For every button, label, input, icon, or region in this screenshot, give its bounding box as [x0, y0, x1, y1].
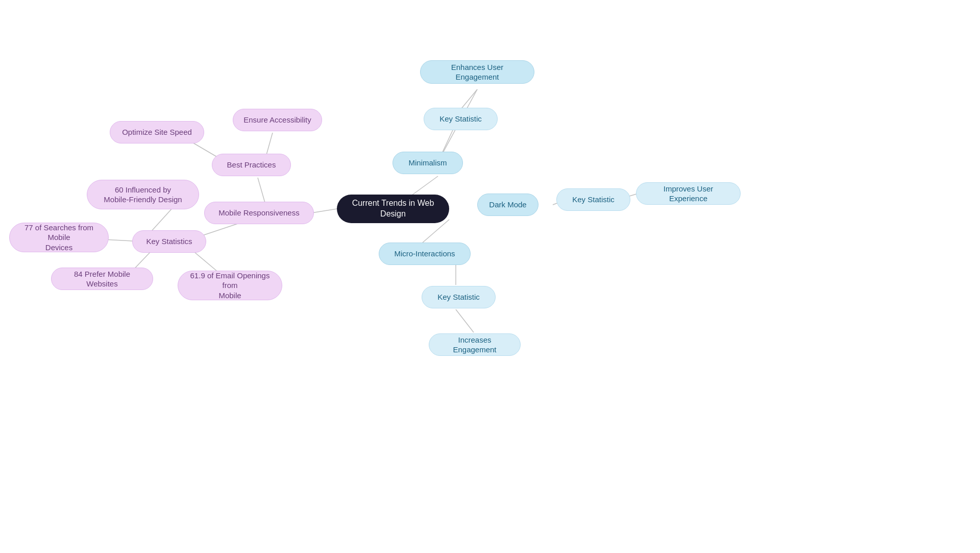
minimalism-node[interactable]: Minimalism: [393, 152, 463, 174]
svg-line-11: [258, 178, 265, 204]
improves-user-experience-node[interactable]: Improves User Experience: [636, 182, 741, 205]
email-openings-node[interactable]: 61.9 of Email Openings from Mobile: [178, 271, 282, 300]
searches-node[interactable]: 77 of Searches from Mobile Devices: [9, 223, 109, 252]
key-statistic-1-node[interactable]: Key Statistic: [424, 108, 498, 130]
dark-mode-node[interactable]: Dark Mode: [477, 194, 538, 216]
key-statistics-node[interactable]: Key Statistics: [132, 230, 206, 253]
svg-line-10: [311, 209, 337, 213]
svg-line-18: [194, 252, 219, 273]
prefer-mobile-node[interactable]: 84 Prefer Mobile Websites: [51, 268, 153, 290]
key-statistic-3-node[interactable]: Key Statistic: [422, 286, 496, 308]
mobile-responsiveness-node[interactable]: Mobile Responsiveness: [204, 202, 314, 224]
influenced-node[interactable]: 60 Influenced by Mobile-Friendly Design: [87, 180, 199, 209]
best-practices-node[interactable]: Best Practices: [212, 154, 291, 176]
increases-engagement-node[interactable]: Increases Engagement: [429, 333, 521, 356]
micro-interactions-node[interactable]: Micro-Interactions: [379, 243, 471, 265]
ensure-accessibility-node[interactable]: Ensure Accessibility: [233, 109, 322, 131]
svg-line-9: [456, 309, 474, 332]
center-node[interactable]: Current Trends in Web Design: [337, 195, 449, 223]
enhances-user-engagement-node[interactable]: Enhances User Engagement: [420, 60, 534, 84]
optimize-site-speed-node[interactable]: Optimize Site Speed: [110, 121, 204, 143]
key-statistic-2-node[interactable]: Key Statistic: [556, 188, 630, 211]
mind-map: Current Trends in Web Design Minimalism …: [0, 0, 980, 553]
